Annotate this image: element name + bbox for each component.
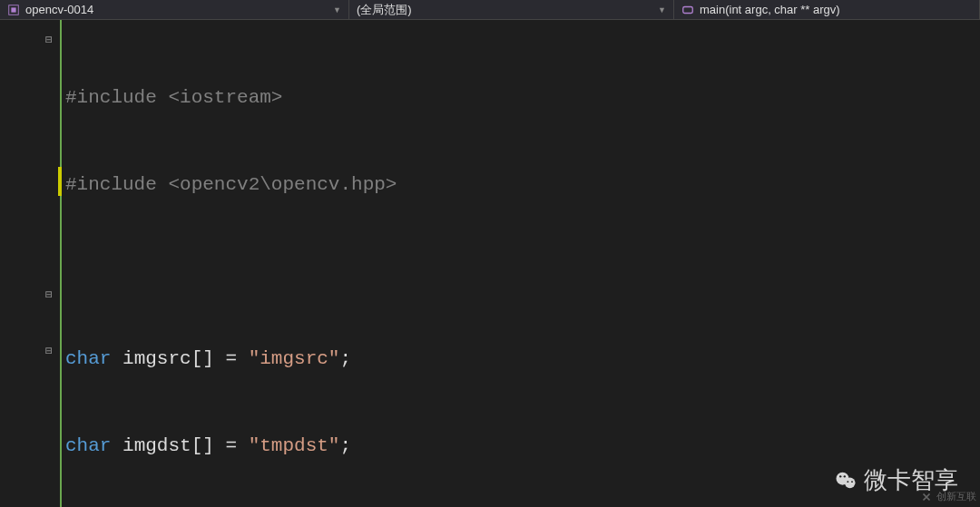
function-name: main(int argc, char ** argv) xyxy=(700,3,840,16)
fold-toggle[interactable]: ⊟ xyxy=(44,344,54,358)
svg-rect-2 xyxy=(683,6,693,13)
code-line xyxy=(62,258,980,287)
code-line: #include <opencv2\opencv.hpp> xyxy=(62,171,980,200)
svg-point-6 xyxy=(844,475,846,477)
method-icon xyxy=(681,4,694,16)
watermark-sub-text: 创新互联 xyxy=(936,490,976,503)
code-line: char imgdst[] = "tmpdst"; xyxy=(62,432,980,461)
svg-point-7 xyxy=(847,481,848,483)
logo-icon xyxy=(920,491,933,503)
project-name: opencv-0014 xyxy=(25,3,93,16)
code-editor[interactable]: ⊟ ⊟ ⊟ #include <iostream> #include <open… xyxy=(0,20,980,507)
svg-rect-1 xyxy=(11,7,15,12)
svg-point-4 xyxy=(845,477,856,488)
code-area[interactable]: #include <iostream> #include <opencv2\op… xyxy=(62,20,980,507)
svg-point-8 xyxy=(851,481,853,483)
code-line: #include <iostream> xyxy=(62,83,980,112)
scope-label: (全局范围) xyxy=(357,2,412,18)
chevron-down-icon: ▼ xyxy=(333,5,341,15)
project-dropdown[interactable]: opencv-0014 ▼ xyxy=(0,0,349,19)
navigation-bar: opencv-0014 ▼ (全局范围) ▼ main(int argc, ch… xyxy=(0,0,980,20)
fold-toggle[interactable]: ⊟ xyxy=(44,33,54,47)
wechat-icon xyxy=(833,468,858,493)
project-icon xyxy=(7,4,20,16)
gutter: ⊟ ⊟ ⊟ xyxy=(0,20,62,507)
watermark-secondary: 创新互联 xyxy=(920,490,976,503)
function-dropdown[interactable]: main(int argc, char ** argv) xyxy=(674,0,980,19)
chevron-down-icon: ▼ xyxy=(658,5,666,15)
fold-toggle[interactable]: ⊟ xyxy=(44,288,54,302)
code-line: char imgsrc[] = "imgsrc"; xyxy=(62,345,980,374)
svg-point-5 xyxy=(839,475,841,477)
scope-dropdown[interactable]: (全局范围) ▼ xyxy=(349,0,674,19)
